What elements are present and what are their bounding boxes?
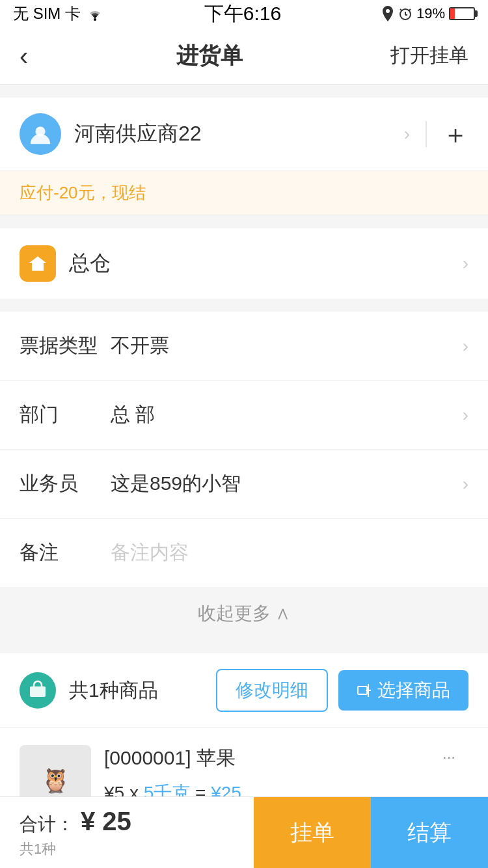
gap-3 (0, 299, 488, 312)
bottom-bar: 合计： ¥ 25 共1种 挂单 结算 (0, 796, 488, 868)
department-row[interactable]: 部门 总 部 › (0, 380, 488, 449)
department-label: 部门 (20, 401, 104, 428)
house-icon (28, 254, 47, 273)
total-count: 共1种 (20, 839, 234, 859)
salesperson-value: 这是859的小智 (104, 470, 463, 497)
supplier-avatar (20, 113, 61, 155)
supplier-chevron-icon: › (404, 124, 410, 144)
add-supplier-button[interactable]: ＋ (442, 116, 468, 152)
total-label: 合计： (20, 812, 74, 837)
page-title: 进货单 (176, 41, 243, 71)
alarm-icon (398, 6, 413, 21)
select-product-button[interactable]: 选择商品 (338, 670, 468, 711)
select-product-label: 选择商品 (377, 678, 450, 703)
department-chevron-icon: › (463, 405, 468, 426)
warehouse-name: 总仓 (69, 249, 463, 278)
cart-icon (27, 680, 48, 701)
supplier-notice: 应付-20元，现结 (0, 171, 488, 215)
salesperson-row[interactable]: 业务员 这是859的小智 › (0, 449, 488, 518)
remarks-row[interactable]: 备注 备注内容 (0, 518, 488, 587)
products-icon (20, 672, 56, 709)
invoice-row[interactable]: 票据类型 不开票 › (0, 312, 488, 380)
warehouse-section[interactable]: 总仓 › (0, 228, 488, 299)
edit-detail-button[interactable]: 修改明细 (216, 669, 328, 712)
salesperson-label: 业务员 (20, 470, 104, 497)
status-bar: 无 SIM 卡 下午6:16 19% (0, 0, 488, 27)
product-more-button[interactable]: ··· (429, 745, 468, 768)
gap-1 (0, 85, 488, 98)
salesperson-chevron-icon: › (463, 474, 468, 495)
department-value: 总 部 (104, 401, 463, 428)
product-thumb-owl-icon: 🦉 (41, 767, 70, 794)
products-header: 共1种商品 修改明细 选择商品 (0, 653, 488, 727)
svg-rect-6 (358, 686, 367, 694)
supplier-divider (426, 121, 427, 147)
avatar-icon (28, 122, 53, 146)
warehouse-chevron-icon: › (463, 253, 468, 274)
open-pending-button[interactable]: 打开挂单 (390, 42, 468, 69)
supplier-section: 河南供应商22 › ＋ 应付-20元，现结 (0, 98, 488, 215)
nav-bar: ‹ 进货单 打开挂单 (0, 27, 488, 85)
remarks-value: 备注内容 (104, 539, 468, 566)
svg-point-0 (94, 18, 96, 21)
status-left: 无 SIM 卡 (13, 3, 104, 24)
total-amount: ¥ 25 (81, 807, 131, 836)
back-button[interactable]: ‹ (20, 43, 28, 69)
select-product-icon (357, 683, 372, 698)
warehouse-icon (20, 245, 56, 282)
status-right: 19% (381, 5, 475, 22)
page-content: 河南供应商22 › ＋ 应付-20元，现结 总仓 › 票据类型 不开票 › 部门 (0, 85, 488, 868)
collapse-bar[interactable]: 收起更多 ∧ (0, 587, 488, 640)
wifi-icon (86, 7, 104, 21)
gap-2 (0, 215, 488, 228)
total-row: 合计： ¥ 25 (20, 807, 234, 837)
products-count: 共1种商品 (69, 677, 216, 704)
carrier-label: 无 SIM 卡 (13, 3, 81, 24)
checkout-button[interactable]: 结算 (371, 797, 488, 868)
hang-button[interactable]: 挂单 (254, 797, 371, 868)
supplier-row[interactable]: 河南供应商22 › ＋ (0, 98, 488, 171)
invoice-value: 不开票 (104, 332, 463, 359)
status-time: 下午6:16 (204, 1, 281, 27)
invoice-label: 票据类型 (20, 332, 104, 359)
bottom-total: 合计： ¥ 25 共1种 (0, 797, 254, 868)
location-icon (381, 6, 394, 21)
remarks-label: 备注 (20, 539, 104, 566)
battery-icon (449, 7, 475, 20)
svg-rect-5 (30, 686, 46, 697)
gap-4 (0, 640, 488, 653)
supplier-name: 河南供应商22 (74, 120, 404, 148)
battery-percent: 19% (416, 5, 445, 22)
form-section: 票据类型 不开票 › 部门 总 部 › 业务员 这是859的小智 › 备注 备注… (0, 312, 488, 587)
invoice-chevron-icon: › (463, 336, 468, 357)
product-name: [0000001] 苹果 (104, 745, 429, 772)
warehouse-row[interactable]: 总仓 › (0, 228, 488, 299)
